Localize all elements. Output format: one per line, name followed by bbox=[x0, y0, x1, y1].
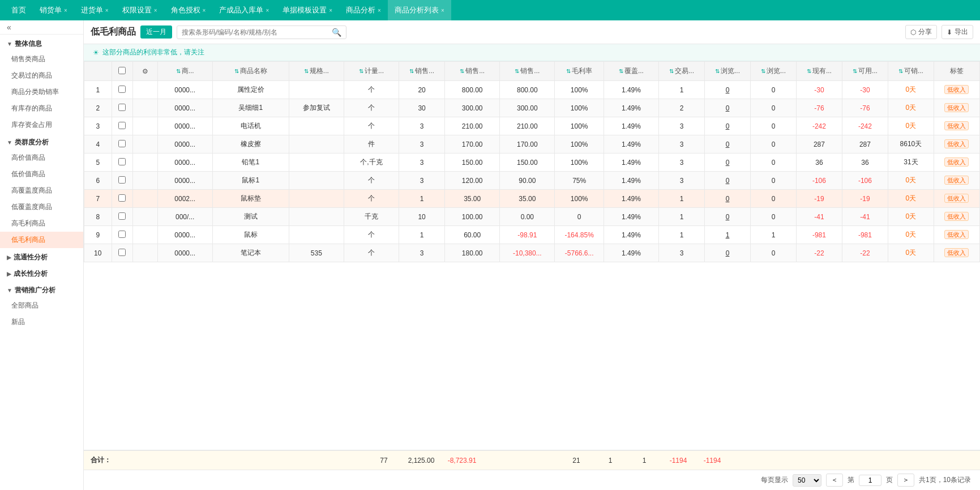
close-purchase-order-icon[interactable]: × bbox=[105, 7, 109, 14]
filter-recent-month-button[interactable]: 近一月 bbox=[140, 25, 172, 39]
row-code: 0000... bbox=[157, 172, 212, 190]
col-price-sort-icon[interactable]: ⇅ bbox=[460, 68, 464, 74]
row-checkbox[interactable] bbox=[118, 158, 126, 165]
close-sales-order-icon[interactable]: × bbox=[64, 7, 67, 14]
sidebar-item-in-stock-goods[interactable]: 有库存的商品 bbox=[0, 100, 83, 117]
close-permission-icon[interactable]: × bbox=[154, 7, 157, 14]
view1-link[interactable]: 0 bbox=[726, 104, 730, 112]
nav-role-auth[interactable]: 角色授权 × bbox=[164, 0, 213, 20]
tag-label: 低收入 bbox=[944, 139, 969, 148]
col-spec-sort-icon[interactable]: ⇅ bbox=[304, 68, 309, 74]
row-check[interactable] bbox=[112, 99, 133, 117]
row-checkbox[interactable] bbox=[118, 140, 126, 147]
row-check[interactable] bbox=[112, 154, 133, 172]
view1-link[interactable]: 0 bbox=[726, 249, 730, 257]
sidebar-item-sales-goods[interactable]: 销售类商品 bbox=[0, 51, 83, 67]
sidebar-item-low-margin[interactable]: 低毛利商品 bbox=[0, 232, 83, 248]
sidebar-item-category-sales-rate[interactable]: 商品分类助销率 bbox=[0, 84, 83, 100]
row-check[interactable] bbox=[112, 172, 133, 190]
view1-link[interactable]: 0 bbox=[726, 213, 730, 221]
row-check[interactable] bbox=[112, 208, 133, 226]
row-checkbox[interactable] bbox=[118, 86, 126, 93]
export-button[interactable]: ⬇ 导出 bbox=[942, 25, 973, 39]
row-checkbox[interactable] bbox=[118, 104, 126, 111]
nav-product-analysis-list[interactable]: 商品分析列表 × bbox=[388, 0, 451, 20]
sidebar-group-growth[interactable]: ▶ 成长性分析 bbox=[0, 265, 83, 281]
sidebar-collapse-icon[interactable]: « bbox=[5, 23, 14, 32]
nav-sales-order[interactable]: 销货单 × bbox=[33, 0, 74, 20]
sidebar-item-high-value[interactable]: 高价值商品 bbox=[0, 150, 83, 166]
row-checkbox[interactable] bbox=[118, 176, 126, 184]
sidebar-item-inventory-capital[interactable]: 库存资金占用 bbox=[0, 117, 83, 133]
row-checkbox[interactable] bbox=[118, 122, 126, 129]
settings-icon[interactable]: ⚙ bbox=[142, 67, 148, 75]
row-checkbox[interactable] bbox=[118, 249, 126, 256]
row-stock3: 8610天 bbox=[888, 135, 934, 154]
row-check[interactable] bbox=[112, 226, 133, 244]
share-button[interactable]: ⬡ 分享 bbox=[905, 25, 937, 39]
col-stock1-sort-icon[interactable]: ⇅ bbox=[807, 68, 811, 74]
view1-link[interactable]: 0 bbox=[726, 177, 730, 185]
view1-link[interactable]: 0 bbox=[726, 122, 730, 130]
row-sales-qty: 1 bbox=[399, 226, 445, 244]
sidebar-item-low-coverage[interactable]: 低覆盖度商品 bbox=[0, 199, 83, 215]
page-number-input[interactable] bbox=[859, 475, 881, 486]
sidebar-group-overall[interactable]: ▼ 整体信息 bbox=[0, 35, 83, 51]
view1-link[interactable]: 1 bbox=[726, 231, 730, 239]
col-stock2-sort-icon[interactable]: ⇅ bbox=[853, 68, 857, 74]
row-check[interactable] bbox=[112, 81, 133, 99]
view1-link[interactable]: 0 bbox=[726, 159, 730, 167]
sidebar-item-high-margin[interactable]: 高毛利商品 bbox=[0, 215, 83, 232]
sidebar-item-all-goods[interactable]: 全部商品 bbox=[0, 297, 83, 314]
sidebar-item-low-value[interactable]: 低价值商品 bbox=[0, 166, 83, 182]
row-check[interactable] bbox=[112, 190, 133, 208]
row-check[interactable] bbox=[112, 117, 133, 135]
col-stock3-sort-icon[interactable]: ⇅ bbox=[898, 68, 903, 74]
sidebar-item-high-coverage[interactable]: 高覆盖度商品 bbox=[0, 182, 83, 199]
col-coverage-sort-icon[interactable]: ⇅ bbox=[619, 68, 623, 74]
sidebar-group-cluster[interactable]: ▼ 类群度分析 bbox=[0, 133, 83, 150]
row-check[interactable] bbox=[112, 244, 133, 262]
row-stock2: -22 bbox=[842, 244, 888, 262]
close-product-analysis-icon[interactable]: × bbox=[378, 7, 381, 14]
row-settings bbox=[133, 190, 157, 208]
row-check[interactable] bbox=[112, 135, 133, 154]
nav-template[interactable]: 单据模板设置 × bbox=[276, 0, 339, 20]
nav-product-storage[interactable]: 产成品入库单 × bbox=[212, 0, 276, 20]
col-unit-sort-icon[interactable]: ⇅ bbox=[359, 68, 363, 74]
sidebar-item-traded-goods[interactable]: 交易过的商品 bbox=[0, 67, 83, 84]
view1-link[interactable]: 0 bbox=[726, 86, 730, 94]
close-product-analysis-list-icon[interactable]: × bbox=[441, 7, 444, 14]
col-view1-sort-icon[interactable]: ⇅ bbox=[715, 68, 720, 74]
close-template-icon[interactable]: × bbox=[329, 7, 332, 14]
row-checkbox[interactable] bbox=[118, 212, 126, 220]
row-checkbox[interactable] bbox=[118, 194, 126, 202]
col-trade-sort-icon[interactable]: ⇅ bbox=[669, 68, 674, 74]
next-page-button[interactable]: ＞ bbox=[897, 474, 914, 487]
nav-product-analysis[interactable]: 商品分析 × bbox=[339, 0, 388, 20]
search-icon[interactable]: 🔍 bbox=[332, 28, 341, 37]
select-all-checkbox[interactable] bbox=[118, 67, 126, 74]
search-box[interactable]: 🔍 bbox=[177, 25, 346, 39]
col-sales-amt-sort-icon[interactable]: ⇅ bbox=[515, 68, 519, 74]
sidebar-group-liquidity[interactable]: ▶ 流通性分析 bbox=[0, 248, 83, 265]
view1-link[interactable]: 0 bbox=[726, 195, 730, 203]
nav-purchase-order[interactable]: 进货单 × bbox=[74, 0, 115, 20]
col-sales-qty-sort-icon[interactable]: ⇅ bbox=[409, 68, 414, 74]
nav-permission[interactable]: 权限设置 × bbox=[115, 0, 164, 20]
col-gross-sort-icon[interactable]: ⇅ bbox=[566, 68, 571, 74]
prev-page-button[interactable]: ＜ bbox=[826, 474, 843, 487]
sidebar-item-new-goods[interactable]: 新品 bbox=[0, 314, 83, 330]
row-checkbox[interactable] bbox=[118, 231, 126, 238]
search-input[interactable] bbox=[182, 28, 332, 36]
col-view2-sort-icon[interactable]: ⇅ bbox=[761, 68, 765, 74]
view1-link[interactable]: 0 bbox=[726, 140, 730, 148]
close-product-storage-icon[interactable]: × bbox=[266, 7, 269, 14]
row-stock3: 0天 bbox=[888, 117, 934, 135]
col-name-sort-icon[interactable]: ⇅ bbox=[234, 68, 239, 74]
sidebar-group-marketing[interactable]: ▼ 营销推广分析 bbox=[0, 281, 83, 297]
per-page-select[interactable]: 20 50 100 bbox=[793, 474, 821, 487]
nav-home[interactable]: 首页 bbox=[5, 0, 33, 20]
close-role-auth-icon[interactable]: × bbox=[203, 7, 206, 14]
col-code-sort-icon[interactable]: ⇅ bbox=[176, 68, 181, 74]
